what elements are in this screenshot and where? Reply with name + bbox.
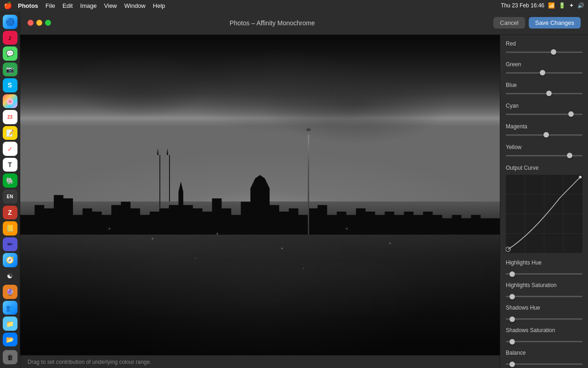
svg-point-8 xyxy=(579,176,582,178)
dock-music[interactable]: ♪ xyxy=(3,31,17,45)
svg-point-7 xyxy=(506,247,510,252)
dock: 🔵 ♪ 💬 📷 S 🌸 23 📝 ✓ T 🐘 EN xyxy=(0,11,20,368)
slider-yellow: Yellow xyxy=(506,144,582,158)
highlights-saturation-slider[interactable] xyxy=(506,296,582,297)
red-slider[interactable] xyxy=(506,52,582,53)
dock-finder[interactable]: 🔵 xyxy=(3,15,17,29)
status-text: Drag to set contribution of underlying c… xyxy=(28,359,152,365)
minimize-button[interactable] xyxy=(36,20,42,26)
balance-slider[interactable] xyxy=(506,363,582,365)
slider-red: Red xyxy=(506,40,582,55)
slider-yellow-label: Yellow xyxy=(506,144,582,150)
status-bar: Drag to set contribution of underlying c… xyxy=(20,355,500,368)
dock-en[interactable]: EN xyxy=(3,190,17,204)
menu-photos[interactable]: Photos xyxy=(18,2,38,9)
maximize-button[interactable] xyxy=(45,20,51,26)
menu-edit[interactable]: Edit xyxy=(62,2,73,9)
volume-icon: 🔊 xyxy=(577,2,584,9)
content-area: Photos – Affinity Monochrome Cancel Save… xyxy=(20,11,588,368)
balance-label: Balance xyxy=(506,350,582,356)
cyan-slider[interactable] xyxy=(506,114,582,115)
slider-blue-label: Blue xyxy=(506,82,582,88)
wifi-icon: 📶 xyxy=(548,2,555,9)
dock-reminders[interactable]: ✓ xyxy=(3,142,17,156)
bluetooth-icon: ✦ xyxy=(569,2,574,9)
cancel-button[interactable]: Cancel xyxy=(493,17,525,29)
slider-green-label: Green xyxy=(506,61,582,68)
shadows-saturation-slider[interactable] xyxy=(506,341,582,342)
slider-green: Green xyxy=(506,61,582,75)
menu-view[interactable]: View xyxy=(104,2,117,9)
main-content: Drag to set contribution of underlying c… xyxy=(20,35,588,368)
blue-slider[interactable] xyxy=(506,93,582,94)
menubar-time: Thu 23 Feb 16:46 xyxy=(501,2,544,9)
slider-blue: Blue xyxy=(506,82,582,96)
slider-magenta: Magenta xyxy=(506,123,582,138)
right-panel: Red Green Blue xyxy=(500,35,588,368)
slider-magenta-label: Magenta xyxy=(506,123,582,130)
battery-icon: 🔋 xyxy=(559,2,565,9)
slider-shadows-saturation: Shadows Saturation xyxy=(506,327,582,344)
close-button[interactable] xyxy=(28,20,34,26)
dock-z[interactable]: Z xyxy=(3,206,17,220)
menu-file[interactable]: File xyxy=(45,2,55,9)
shadows-saturation-label: Shadows Saturation xyxy=(506,327,582,334)
output-curve-label: Output Curve xyxy=(506,165,582,171)
dock-skype[interactable]: S xyxy=(3,78,17,92)
slider-shadows-hue: Shadows Hue xyxy=(506,305,582,322)
highlights-hue-slider[interactable] xyxy=(506,273,582,275)
output-curve-svg xyxy=(506,175,582,253)
highlights-hue-label: Highlights Hue xyxy=(506,259,582,266)
output-curve-container[interactable] xyxy=(506,175,582,253)
dock-facetime[interactable]: 📷 xyxy=(3,63,17,77)
magenta-slider[interactable] xyxy=(506,134,582,136)
slider-highlights-saturation: Highlights Saturation xyxy=(506,282,582,299)
title-buttons: Cancel Save Changes xyxy=(493,17,581,29)
app-window: 🔵 ♪ 💬 📷 S 🌸 23 📝 ✓ T 🐘 EN xyxy=(0,11,588,368)
save-changes-button[interactable]: Save Changes xyxy=(529,17,581,29)
dock-messages[interactable]: 💬 xyxy=(3,46,17,61)
green-slider[interactable] xyxy=(506,72,582,74)
shadows-hue-label: Shadows Hue xyxy=(506,305,582,311)
menu-window[interactable]: Window xyxy=(124,2,146,9)
dock-ball[interactable]: 🔮 xyxy=(3,285,17,299)
menu-help[interactable]: Help xyxy=(153,2,165,9)
slider-highlights-hue: Highlights Hue xyxy=(506,259,582,276)
slider-balance: Balance xyxy=(506,350,582,367)
shadows-hue-slider[interactable] xyxy=(506,318,582,320)
menu-image[interactable]: Image xyxy=(80,2,96,9)
dock-folder2[interactable]: 📂 xyxy=(3,333,17,347)
dock-trash[interactable]: 🗑 xyxy=(3,350,17,364)
title-bar: Photos – Affinity Monochrome Cancel Save… xyxy=(20,11,588,35)
traffic-lights xyxy=(28,20,51,26)
dock-evernote[interactable]: 🐘 xyxy=(3,173,17,188)
dock-pencil[interactable]: ✏ xyxy=(3,237,17,252)
image-panel: Drag to set contribution of underlying c… xyxy=(20,35,500,368)
highlights-saturation-label: Highlights Saturation xyxy=(506,282,582,288)
dock-faces[interactable]: 👥 xyxy=(3,301,17,315)
apple-menu[interactable]: 🍎 xyxy=(4,1,12,10)
slider-cyan-label: Cyan xyxy=(506,103,582,109)
dock-photos[interactable]: 🌸 xyxy=(3,94,17,109)
slider-red-label: Red xyxy=(506,40,582,47)
dock-yin[interactable]: ☯ xyxy=(3,269,17,283)
dock-safari[interactable]: 🧭 xyxy=(3,253,17,267)
dock-notebook[interactable]: 📒 xyxy=(3,221,17,236)
dock-textedit[interactable]: T xyxy=(3,158,17,172)
dock-notes[interactable]: 📝 xyxy=(3,126,17,140)
window-title: Photos – Affinity Monochrome xyxy=(51,19,493,27)
menubar: 🍎 Photos File Edit Image View Window Hel… xyxy=(0,0,588,11)
dock-folder1[interactable]: 📁 xyxy=(3,316,17,331)
dock-calendar[interactable]: 23 xyxy=(3,110,17,124)
slider-cyan: Cyan xyxy=(506,103,582,117)
yellow-slider[interactable] xyxy=(506,155,582,156)
